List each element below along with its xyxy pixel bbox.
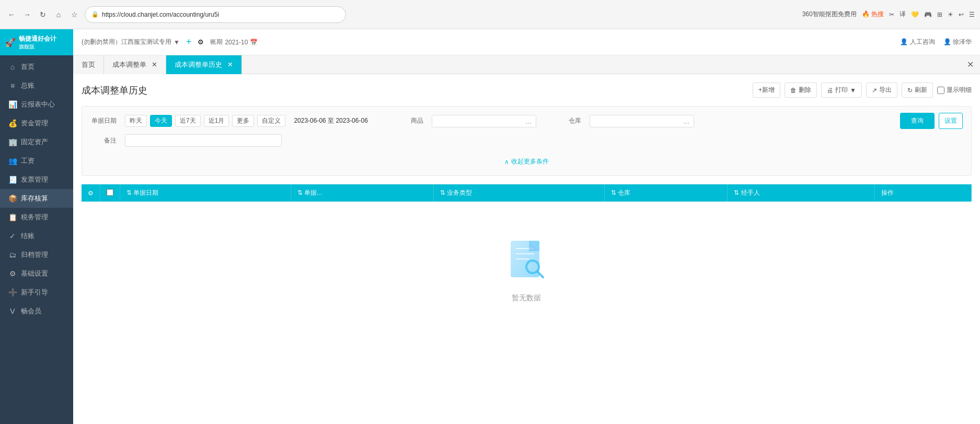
sidebar-item-guide[interactable]: ➕ 新手引导 [0, 283, 73, 302]
product-filter-select[interactable]: ... [432, 115, 536, 127]
settings-icon: ⚙ [8, 269, 17, 278]
add-company-btn[interactable]: + [186, 37, 192, 48]
tab-cost-adjust[interactable]: 成本调整单 ✕ [104, 55, 166, 74]
settings-gear-icon[interactable]: ⚙ [198, 38, 204, 46]
theme-icon[interactable]: ☀ [948, 11, 953, 18]
tab-cost-adjust-history-close[interactable]: ✕ [227, 61, 233, 68]
date-btn-today[interactable]: 今天 [150, 115, 172, 127]
logo-text-block: 畅捷通好会计 旗舰版 [19, 34, 56, 51]
home-button[interactable]: ⌂ [52, 8, 65, 21]
display-cols-checkbox[interactable] [937, 87, 944, 94]
customer-service[interactable]: 👤 人工咨询 [900, 38, 935, 46]
reports-icon: 📊 [8, 100, 17, 109]
sidebar-item-archive[interactable]: 🗂 归档管理 [0, 245, 73, 264]
top-bar: (勿删勿禁用）江西服宝测试专用 ▼ + ⚙ 账期 2021-10 📅 👤 人工咨… [73, 29, 980, 55]
th-date[interactable]: ⇅ 单据日期 [120, 184, 291, 202]
refresh-page-button[interactable]: ↻ 刷新 [902, 83, 933, 98]
display-toggle: 显示明细 [937, 86, 972, 95]
date-btn-custom[interactable]: 自定义 [257, 115, 285, 127]
sidebar-item-fixed-assets[interactable]: 🏢 固定资产 [0, 133, 73, 151]
invoice-icon: 🧾 [8, 175, 17, 184]
sidebar-item-home[interactable]: ⌂ 首页 [0, 57, 73, 76]
translate-icon[interactable]: 译 [900, 10, 906, 19]
game-icon[interactable]: 🎮 [924, 11, 932, 18]
capital-icon: 💰 [8, 119, 17, 127]
window-close-button[interactable]: ✕ [961, 60, 980, 69]
search-text[interactable]: 360智能抠图免费用 [802, 10, 857, 19]
export-label: 导出 [879, 86, 892, 95]
sidebar-item-reports[interactable]: 📊 云报表中心 [0, 95, 73, 114]
main-sidebar: 🚀 畅捷通好会计 旗舰版 ⌂ 首页 ≡ 总账 📊 云报表中心 💰 资金管理 [0, 29, 73, 424]
warehouse-filter-select[interactable]: ... [590, 115, 694, 127]
note-filter-input[interactable] [125, 134, 282, 147]
url-text: https://cloud.chanjet.com/accounting/uru… [102, 11, 219, 18]
calendar-icon[interactable]: 📅 [250, 39, 258, 46]
back-button[interactable]: ← [5, 8, 18, 21]
sidebar-item-label: 库存核算 [21, 194, 48, 203]
sidebar-item-inventory[interactable]: 📦 库存核算 [0, 189, 73, 208]
collapse-button[interactable]: ∧ 收起更多条件 [504, 154, 549, 169]
service-label: 人工咨询 [910, 38, 935, 45]
archive-icon: 🗂 [8, 251, 17, 259]
new-button[interactable]: +新增 [753, 83, 780, 98]
th-checkbox[interactable] [100, 184, 120, 202]
th-settings[interactable]: ⚙ [82, 184, 100, 202]
sidebar-item-label: 结账 [21, 231, 34, 241]
sidebar-item-tax[interactable]: 📋 税务管理 [0, 208, 73, 227]
logo-name: 畅捷通好会计 [19, 34, 56, 43]
th-handler[interactable]: ⇅ 经手人 [728, 184, 874, 202]
date-btn-more[interactable]: 更多 [232, 115, 254, 127]
service-icon: 👤 [900, 38, 908, 45]
th-number-label: ⇅ 单据... [297, 189, 322, 197]
undo-icon[interactable]: ↩ [959, 11, 964, 18]
th-warehouse[interactable]: ⇅ 仓库 [604, 184, 728, 202]
tab-cost-adjust-history[interactable]: 成本调整单历史 ✕ [166, 55, 242, 74]
empty-text: 暂无数据 [512, 293, 541, 303]
sidebar-item-label: 总账 [21, 81, 34, 90]
ssl-lock-icon: 🔒 [91, 11, 99, 18]
th-type[interactable]: ⇅ 业务类型 [434, 184, 605, 202]
filter-row-date: 单据日期 昨天 今天 近7天 近1月 更多 自定义 2023-06-06 至 2… [90, 113, 963, 129]
date-btn-yesterday[interactable]: 昨天 [125, 115, 147, 127]
date-filter-buttons: 昨天 今天 近7天 近1月 更多 自定义 [125, 115, 285, 127]
app-container: 🚀 畅捷通好会计 旗舰版 ⌂ 首页 ≡ 总账 📊 云报表中心 💰 资金管理 [0, 29, 980, 424]
company-name: (勿删勿禁用）江西服宝测试专用 [82, 38, 171, 46]
print-button[interactable]: 🖨 打印 ▼ [821, 83, 862, 98]
fixed-assets-icon: 🏢 [8, 138, 17, 146]
print-icon: 🖨 [827, 87, 833, 94]
refresh-button[interactable]: ↻ [37, 8, 49, 21]
bookmark-button[interactable]: ☆ [68, 8, 80, 21]
select-all-checkbox[interactable] [107, 189, 113, 196]
sidebar-item-payroll[interactable]: 👥 工资 [0, 151, 73, 170]
forward-button[interactable]: → [21, 8, 33, 21]
top-bar-right: 👤 人工咨询 👤 徐泽华 [900, 38, 972, 46]
export-button[interactable]: ↗ 导出 [866, 83, 897, 98]
sidebar-item-capital[interactable]: 💰 资金管理 [0, 114, 73, 133]
date-range-text: 2023-06-06 至 2023-06-06 [294, 116, 367, 125]
tab-home[interactable]: 首页 [73, 55, 104, 74]
menu-icon[interactable]: ☰ [969, 11, 975, 18]
company-selector[interactable]: (勿删勿禁用）江西服宝测试专用 ▼ [82, 38, 180, 46]
sidebar-item-invoice[interactable]: 🧾 发票管理 [0, 170, 73, 189]
scissors-icon[interactable]: ✂ [889, 11, 894, 18]
sidebar-item-ledger[interactable]: ≡ 总账 [0, 76, 73, 95]
wallet-icon[interactable]: 💛 [911, 11, 919, 18]
sidebar-item-close-period[interactable]: ✓ 结账 [0, 227, 73, 245]
settings-filter-button[interactable]: 设置 [939, 113, 963, 129]
user-avatar[interactable]: 👤 徐泽华 [943, 38, 972, 46]
empty-state-row: 暂无数据 [82, 202, 972, 334]
sidebar-item-label: 固定资产 [21, 137, 48, 147]
date-btn-1month[interactable]: 近1月 [204, 115, 229, 127]
print-dropdown-icon: ▼ [850, 87, 856, 94]
sidebar-item-settings[interactable]: ⚙ 基础设置 [0, 264, 73, 283]
delete-button[interactable]: 🗑 删除 [785, 83, 817, 98]
grid-icon[interactable]: ⊞ [937, 11, 942, 18]
date-btn-7days[interactable]: 近7天 [175, 115, 201, 127]
tab-cost-adjust-close[interactable]: ✕ [152, 61, 157, 68]
address-bar[interactable]: 🔒 https://cloud.chanjet.com/accounting/u… [85, 6, 346, 23]
sidebar-item-vip[interactable]: V 畅会员 [0, 302, 73, 321]
th-number[interactable]: ⇅ 单据... [291, 184, 434, 202]
page-actions: +新增 🗑 删除 🖨 打印 ▼ ↗ 导出 [753, 83, 972, 98]
query-button[interactable]: 查询 [900, 113, 935, 129]
hot-search-label[interactable]: 🔥 热搜 [862, 10, 884, 19]
